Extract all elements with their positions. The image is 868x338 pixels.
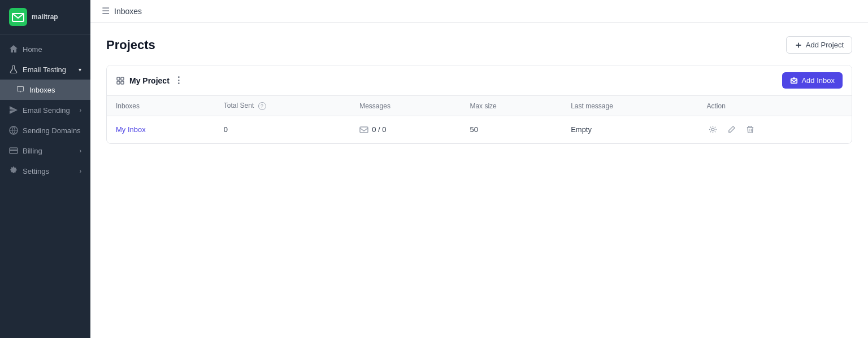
add-project-label: Add Project [806, 41, 844, 49]
email-testing-chevron-icon: ▾ [79, 67, 81, 73]
total-sent-help-icon: ? [258, 102, 266, 110]
svg-rect-9 [791, 78, 797, 83]
envelope-icon [359, 126, 368, 133]
logo-text: mailtrap [32, 13, 58, 21]
globe-icon [9, 126, 18, 135]
flask-icon [9, 65, 18, 74]
add-project-button[interactable]: Add Project [786, 36, 852, 54]
delete-action-button[interactable] [744, 123, 757, 136]
inbox-link[interactable]: My Inbox [116, 125, 146, 134]
project-more-icon[interactable]: ⋮ [174, 75, 183, 86]
mailtrap-logo-icon [9, 8, 27, 26]
sidebar-item-inboxes-label: Inboxes [29, 86, 55, 94]
inbox-icon [16, 85, 25, 94]
sidebar-item-billing[interactable]: Billing › [0, 141, 90, 161]
cell-total-sent: 0 [215, 116, 350, 143]
cell-last-message: Empty [562, 116, 697, 143]
table-row: My Inbox 0 0 / 0 50 [107, 116, 852, 143]
svg-rect-8 [121, 81, 124, 84]
sidebar-item-home[interactable]: Home [0, 39, 90, 59]
page-title: Projects [106, 38, 155, 52]
cell-inbox-name: My Inbox [107, 116, 215, 143]
sidebar-item-email-testing[interactable]: Email Testing ▾ [0, 59, 90, 80]
sidebar-item-settings-label: Settings [23, 167, 49, 175]
add-inbox-label: Add Inbox [801, 76, 835, 85]
sidebar-item-sending-domains-label: Sending Domains [23, 126, 81, 135]
project-icon [116, 76, 125, 85]
sidebar-item-billing-label: Billing [23, 147, 42, 155]
sidebar-item-email-sending[interactable]: Email Sending › [0, 100, 90, 120]
col-last-message: Last message [562, 96, 697, 116]
cell-messages: 0 / 0 [350, 116, 461, 143]
sidebar-item-email-testing-label: Email Testing [23, 65, 66, 74]
inbox-table: Inboxes Total Sent ? Messages Max size [107, 96, 852, 143]
credit-card-icon [9, 146, 18, 155]
settings-icon [9, 166, 18, 175]
gear-icon [709, 125, 717, 134]
sidebar-nav: Home Email Testing ▾ Inboxes Email Sendi… [0, 34, 90, 338]
add-inbox-button[interactable]: Add Inbox [782, 72, 843, 89]
action-icons [706, 123, 843, 136]
svg-rect-7 [117, 81, 120, 84]
table-body: My Inbox 0 0 / 0 50 [107, 116, 852, 143]
logo-area: mailtrap [0, 0, 90, 34]
col-total-sent: Total Sent ? [215, 96, 350, 116]
col-action: Action [697, 96, 852, 116]
project-title: My Project ⋮ [116, 75, 183, 86]
svg-rect-4 [10, 150, 18, 151]
trash-icon [746, 125, 754, 134]
svg-point-11 [712, 128, 715, 131]
svg-rect-6 [121, 77, 124, 80]
settings-chevron-icon: › [80, 168, 81, 174]
topbar: ☰ Inboxes [90, 0, 868, 23]
sidebar-item-settings[interactable]: Settings › [0, 161, 90, 181]
col-max-size: Max size [461, 96, 562, 116]
home-icon [9, 45, 18, 54]
send-icon [9, 106, 18, 115]
table-head: Inboxes Total Sent ? Messages Max size [107, 96, 852, 116]
billing-chevron-icon: › [80, 148, 81, 154]
topbar-title: Inboxes [114, 7, 142, 16]
project-card-header: My Project ⋮ Add Inbox [107, 65, 852, 96]
add-project-icon [795, 41, 802, 49]
svg-rect-0 [9, 8, 27, 26]
add-inbox-icon [790, 77, 798, 85]
page-body: Projects Add Project My Project ⋮ Add In… [90, 23, 868, 338]
table-header-row: Inboxes Total Sent ? Messages Max size [107, 96, 852, 116]
project-name: My Project [129, 76, 170, 85]
col-messages: Messages [350, 96, 461, 116]
sidebar-item-inboxes[interactable]: Inboxes [0, 80, 90, 100]
cell-max-size: 50 [461, 116, 562, 143]
pencil-icon [727, 125, 736, 134]
svg-rect-10 [360, 127, 368, 133]
col-inboxes: Inboxes [107, 96, 215, 116]
sidebar-item-sending-domains[interactable]: Sending Domains [0, 120, 90, 141]
page-header: Projects Add Project [106, 36, 852, 54]
edit-action-button[interactable] [725, 123, 738, 136]
settings-action-button[interactable] [706, 123, 719, 136]
cell-actions [697, 116, 852, 143]
messages-count: 0 / 0 [372, 125, 386, 134]
main-content: ☰ Inboxes Projects Add Project My Projec… [90, 0, 868, 338]
email-sending-chevron-icon: › [80, 107, 81, 113]
project-card: My Project ⋮ Add Inbox Inboxes To [106, 65, 852, 144]
sidebar: mailtrap Home Email Testing ▾ Inboxes Em… [0, 0, 90, 338]
messages-cell: 0 / 0 [359, 125, 452, 134]
sidebar-item-email-sending-label: Email Sending [23, 106, 70, 115]
svg-rect-5 [117, 77, 120, 80]
sidebar-item-home-label: Home [23, 45, 42, 54]
hamburger-icon[interactable]: ☰ [102, 6, 110, 16]
